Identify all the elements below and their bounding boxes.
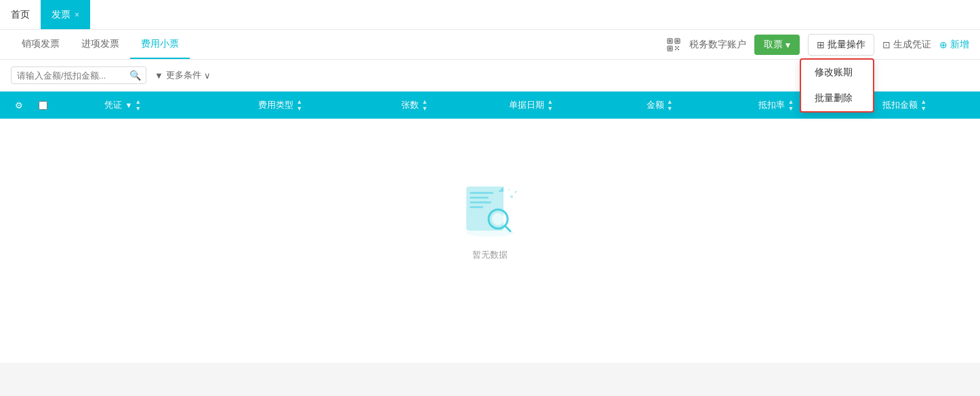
batch-ops-container: ⊞ 批量操作 修改账期 批量删除 — [808, 34, 874, 56]
th-count-sort[interactable]: ▲▼ — [422, 99, 428, 112]
svg-rect-8 — [675, 49, 676, 50]
th-voucher-sort[interactable]: ▲▼ — [135, 99, 141, 112]
th-expense-type-sort[interactable]: ▲▼ — [296, 99, 302, 112]
search-input[interactable] — [17, 71, 125, 81]
th-checkbox[interactable] — [33, 101, 53, 110]
empty-state-illustration — [449, 173, 531, 241]
nav-tab-invoice-label: 发票 — [52, 9, 70, 21]
th-date-sort[interactable]: ▲▼ — [547, 99, 553, 112]
svg-rect-13 — [470, 192, 493, 194]
th-amount: 金额 ▲▼ — [601, 99, 718, 112]
th-count: 张数 ▲▼ — [368, 99, 462, 112]
svg-rect-9 — [678, 49, 679, 50]
nav-tab-close-icon[interactable]: × — [75, 10, 79, 20]
svg-point-20 — [510, 195, 513, 198]
th-gear[interactable]: ⚙ — [5, 100, 33, 111]
th-amount-sort[interactable]: ▲▼ — [667, 99, 673, 112]
svg-rect-10 — [676, 47, 678, 49]
add-new-button[interactable]: ⊕ 新增 — [939, 39, 969, 51]
empty-state: 暂无数据 — [0, 119, 980, 288]
qr-code-button[interactable] — [666, 37, 681, 52]
svg-rect-14 — [470, 197, 489, 199]
tab-sales-invoice[interactable]: 销项发票 — [11, 30, 70, 59]
gear-icon: ⚙ — [15, 100, 23, 111]
th-date: 单据日期 ▲▼ — [462, 99, 602, 112]
content-area: ⚙ 凭证 ▼ ▲▼ 费用类型 ▲▼ 张数 ▲▼ 单据日期 ▲▼ 金额 ▲▼ 抵扣… — [0, 92, 980, 363]
batch-ops-icon: ⊞ — [817, 39, 825, 50]
empty-state-label: 暂无数据 — [472, 249, 508, 261]
svg-rect-5 — [669, 47, 672, 50]
select-all-checkbox[interactable] — [39, 101, 47, 110]
th-deduct-rate-sort[interactable]: ▲▼ — [788, 99, 794, 112]
batch-ops-dropdown: 修改账期 批量删除 — [800, 58, 874, 113]
take-ticket-button[interactable]: 取票 ▾ — [754, 35, 800, 55]
dropdown-item-modify-period[interactable]: 修改账期 — [801, 60, 873, 85]
th-deduct-amount-sort[interactable]: ▲▼ — [920, 99, 926, 112]
dropdown-item-batch-delete[interactable]: 批量删除 — [801, 85, 873, 111]
generate-voucher-icon: ⊡ — [882, 39, 891, 50]
svg-rect-1 — [669, 39, 672, 42]
more-conditions-arrow-icon: ∨ — [204, 71, 211, 81]
svg-point-21 — [515, 191, 517, 193]
filter-icon: ▼ — [155, 71, 163, 81]
qr-icon — [666, 37, 681, 52]
add-new-icon: ⊕ — [939, 39, 947, 50]
svg-rect-15 — [470, 201, 491, 203]
search-icon: 🔍 — [129, 70, 141, 81]
tax-account-button[interactable]: 税务数字账户 — [689, 39, 746, 51]
svg-rect-3 — [676, 39, 679, 42]
th-voucher-filter-icon[interactable]: ▼ — [125, 101, 132, 109]
sub-tabs-left: 销项发票 进项发票 费用小票 — [11, 30, 190, 59]
svg-rect-6 — [675, 46, 676, 47]
search-input-wrap[interactable]: 🔍 — [11, 66, 146, 84]
top-nav: 首页 发票 × — [0, 0, 980, 30]
more-conditions-button[interactable]: ▼ 更多条件 ∨ — [155, 69, 211, 81]
svg-point-18 — [492, 213, 504, 225]
sub-tabs-right: 税务数字账户 取票 ▾ ⊞ 批量操作 修改账期 批量删除 ⊡ 生成凭证 ⊕ 新增 — [666, 34, 969, 56]
svg-point-22 — [508, 189, 510, 191]
th-expense-type: 费用类型 ▲▼ — [193, 99, 368, 112]
tab-expense-ticket[interactable]: 费用小票 — [130, 30, 190, 59]
sub-tabs-bar: 销项发票 进项发票 费用小票 税务数字账户 — [0, 30, 980, 60]
svg-rect-16 — [470, 206, 483, 208]
svg-rect-7 — [678, 46, 679, 47]
nav-tab-invoice[interactable]: 发票 × — [41, 0, 90, 29]
tab-purchase-invoice[interactable]: 进项发票 — [70, 30, 130, 59]
generate-voucher-button[interactable]: ⊡ 生成凭证 — [882, 39, 931, 51]
batch-ops-button[interactable]: ⊞ 批量操作 — [808, 34, 874, 56]
th-voucher: 凭证 ▼ ▲▼ — [53, 99, 193, 112]
nav-home[interactable]: 首页 — [0, 0, 41, 29]
